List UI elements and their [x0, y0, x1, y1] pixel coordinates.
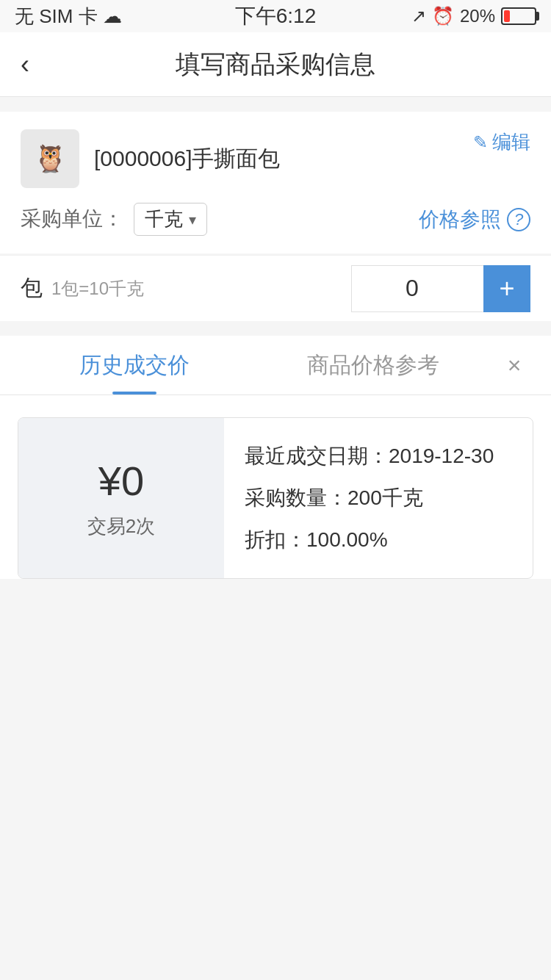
- gps-icon: ↗: [411, 6, 426, 26]
- product-image-placeholder: 🦉: [34, 143, 67, 174]
- product-name: ¥[0000006]手撕面包: [94, 144, 280, 174]
- qty-unit: 包: [21, 273, 43, 303]
- alarm-icon: ⏰: [432, 6, 454, 26]
- nav-bar: ‹ 填写商品采购信息: [0, 32, 551, 97]
- battery-icon: [501, 7, 536, 25]
- edit-icon: ✎: [473, 132, 488, 153]
- battery-percent: 20%: [460, 6, 495, 26]
- unit-select[interactable]: 千克 ▾: [134, 203, 207, 236]
- tabs-container: 历史成交价 商品价格参考 × ¥0 交易2次 最近成交日期：2019-12-30: [0, 336, 551, 579]
- quantity-plus-button[interactable]: +: [483, 265, 530, 312]
- status-bar: 无 SIM 卡 ☁ 下午6:12 ↗ ⏰ 20%: [0, 0, 551, 32]
- recent-date-row: 最近成交日期：2019-12-30: [245, 442, 512, 470]
- price-transactions: 交易2次: [87, 514, 155, 539]
- tab-history-price[interactable]: 历史成交价: [15, 336, 253, 394]
- unit-label: 采购单位：: [21, 207, 123, 230]
- product-left: 🦉 ¥[0000006]手撕面包: [21, 129, 280, 188]
- quantity-input[interactable]: [351, 265, 483, 312]
- currency-symbol: ¥: [98, 458, 121, 504]
- unit-dropdown-arrow: ▾: [189, 211, 196, 228]
- tabs-header: 历史成交价 商品价格参考 ×: [0, 336, 551, 395]
- unit-selector-group: 采购单位： 千克 ▾: [21, 203, 207, 236]
- qty-conversion: 1包=10千克: [51, 277, 144, 300]
- price-ref-info-icon: ?: [507, 208, 530, 231]
- close-icon: ×: [508, 352, 522, 379]
- price-ref-button[interactable]: 价格参照 ?: [419, 206, 530, 234]
- product-card: 🦉 ¥[0000006]手撕面包 ✎ 编辑 采购单位： 千克 ▾ 价格参照: [0, 112, 551, 253]
- back-button[interactable]: ‹: [21, 49, 29, 80]
- price-card: ¥0 交易2次 最近成交日期：2019-12-30 采购数量：200千克 折扣：…: [18, 417, 533, 579]
- tabs-close-button[interactable]: ×: [492, 336, 536, 394]
- product-header: 🦉 ¥[0000006]手撕面包 ✎ 编辑: [21, 129, 530, 188]
- carrier-text: 无 SIM 卡 ☁: [15, 4, 122, 29]
- price-left-panel: ¥0 交易2次: [18, 418, 224, 578]
- price-right-panel: 最近成交日期：2019-12-30 采购数量：200千克 折扣：100.00%: [224, 418, 533, 578]
- quantity-section: 包 1包=10千克 +: [0, 255, 551, 321]
- tab-price-ref[interactable]: 商品价格参考: [253, 336, 492, 394]
- page-title: 填写商品采购信息: [176, 48, 375, 82]
- product-thumbnail: 🦉: [21, 129, 79, 188]
- time-text: 下午6:12: [235, 2, 317, 30]
- discount-row: 折扣：100.00%: [245, 525, 512, 554]
- edit-button[interactable]: ✎ 编辑: [473, 129, 530, 155]
- status-right: ↗ ⏰ 20%: [411, 6, 536, 26]
- product-unit-row: 采购单位： 千克 ▾ 价格参照 ?: [21, 203, 530, 236]
- price-value: ¥0: [98, 457, 144, 505]
- quantity-input-group: +: [351, 265, 530, 312]
- purchase-quantity-row: 采购数量：200千克: [245, 483, 512, 512]
- quantity-label: 包 1包=10千克: [21, 273, 144, 303]
- main-content: 🦉 ¥[0000006]手撕面包 ✎ 编辑 采购单位： 千克 ▾ 价格参照: [0, 112, 551, 980]
